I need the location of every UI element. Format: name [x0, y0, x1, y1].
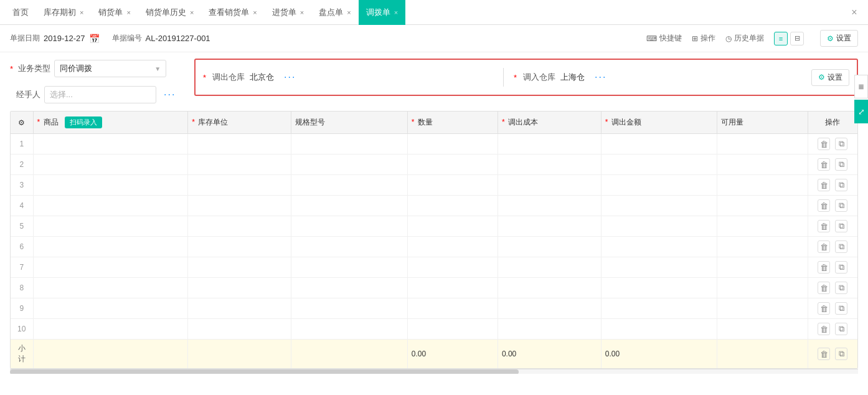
delete-row-icon[interactable]: 🗑 [818, 302, 830, 315]
cost-cell[interactable] [498, 257, 601, 278]
product-cell[interactable] [33, 298, 188, 319]
amount-cell[interactable] [601, 237, 717, 257]
spec-cell[interactable] [291, 237, 408, 257]
product-cell[interactable] [33, 196, 188, 216]
qty-cell[interactable] [407, 155, 498, 175]
out-warehouse-more-icon[interactable]: ··· [284, 72, 296, 83]
business-type-select[interactable]: 同价调拨 ▼ [54, 60, 166, 77]
spec-cell[interactable] [291, 257, 408, 278]
operator-select[interactable]: 选择... [44, 86, 156, 103]
copy-row-icon[interactable]: ⧉ [835, 179, 847, 191]
amount-cell[interactable] [601, 278, 717, 298]
delete-row-icon[interactable]: 🗑 [818, 138, 830, 150]
product-cell[interactable] [33, 175, 188, 196]
business-type-dropdown-icon[interactable]: ▼ [154, 65, 161, 72]
unit-cell[interactable] [188, 175, 291, 196]
amount-cell[interactable] [601, 319, 717, 340]
close-view-sales[interactable]: × [253, 9, 257, 16]
cost-cell[interactable] [498, 216, 601, 237]
cost-cell[interactable] [498, 175, 601, 196]
product-cell[interactable] [33, 278, 188, 298]
scroll-thumb[interactable] [10, 369, 519, 374]
close-inventory-check[interactable]: × [347, 9, 351, 16]
operator-more-icon[interactable]: ··· [164, 89, 176, 100]
delete-row-icon[interactable]: 🗑 [818, 282, 830, 294]
close-transfer-order[interactable]: × [394, 9, 398, 16]
delete-row-icon[interactable]: 🗑 [818, 261, 830, 274]
spec-cell[interactable] [291, 216, 408, 237]
copy-row-icon[interactable]: ⧉ [835, 302, 847, 315]
tab-purchase-order[interactable]: 进货单 × [265, 0, 311, 25]
qty-cell[interactable] [407, 298, 498, 319]
copy-row-icon[interactable]: ⧉ [835, 282, 847, 294]
spec-cell[interactable] [291, 155, 408, 175]
unit-cell[interactable] [188, 237, 291, 257]
amount-cell[interactable] [601, 196, 717, 216]
qty-cell[interactable] [407, 175, 498, 196]
qty-cell[interactable] [407, 319, 498, 340]
copy-row-icon[interactable]: ⧉ [835, 240, 847, 253]
unit-cell[interactable] [188, 155, 291, 175]
amount-cell[interactable] [601, 298, 717, 319]
amount-cell[interactable] [601, 155, 717, 175]
unit-cell[interactable] [188, 134, 291, 155]
operations-button[interactable]: ⊞ 操作 [692, 33, 715, 44]
copy-row-icon[interactable]: ⧉ [835, 158, 847, 171]
cost-cell[interactable] [498, 298, 601, 319]
amount-cell[interactable] [601, 134, 717, 155]
th-settings[interactable]: ⚙ [11, 112, 33, 134]
sidebar-expand-icon[interactable]: ⤢ [854, 100, 868, 123]
amount-cell[interactable] [601, 257, 717, 278]
cost-cell[interactable] [498, 237, 601, 257]
warehouse-settings-button[interactable]: ⚙ 设置 [811, 69, 849, 86]
cost-cell[interactable] [498, 155, 601, 175]
horizontal-scrollbar[interactable] [10, 369, 858, 374]
spec-cell[interactable] [291, 134, 408, 155]
in-warehouse-more-icon[interactable]: ··· [595, 72, 606, 83]
delete-row-icon[interactable]: 🗑 [818, 323, 830, 335]
cost-cell[interactable] [498, 196, 601, 216]
shortcuts-button[interactable]: ⌨ 快捷键 [646, 33, 682, 44]
delete-row-icon[interactable]: 🗑 [818, 348, 830, 360]
spec-cell[interactable] [291, 196, 408, 216]
delete-row-icon[interactable]: 🗑 [818, 158, 830, 171]
copy-row-icon[interactable]: ⧉ [835, 138, 847, 150]
delete-row-icon[interactable]: 🗑 [818, 199, 830, 212]
layout-grid-icon[interactable]: ⊟ [790, 32, 804, 45]
spec-cell[interactable] [291, 278, 408, 298]
tab-inventory-init[interactable]: 库存期初 × [36, 0, 91, 25]
spec-cell[interactable] [291, 175, 408, 196]
layout-list-icon[interactable]: ≡ [774, 32, 788, 45]
tab-sales-history[interactable]: 销货单历史 × [138, 0, 201, 25]
delete-row-icon[interactable]: 🗑 [818, 220, 830, 232]
cost-cell[interactable] [498, 278, 601, 298]
qty-cell[interactable] [407, 196, 498, 216]
copy-row-icon[interactable]: ⧉ [835, 199, 847, 212]
qty-cell[interactable] [407, 278, 498, 298]
qty-cell[interactable] [407, 134, 498, 155]
product-cell[interactable] [33, 155, 188, 175]
unit-cell[interactable] [188, 319, 291, 340]
qty-cell[interactable] [407, 216, 498, 237]
product-cell[interactable] [33, 134, 188, 155]
unit-cell[interactable] [188, 298, 291, 319]
product-cell[interactable] [33, 216, 188, 237]
calendar-icon[interactable]: 📅 [89, 34, 100, 44]
close-inventory-init[interactable]: × [80, 9, 83, 16]
cost-cell[interactable] [498, 134, 601, 155]
cost-cell[interactable] [498, 319, 601, 340]
tab-home[interactable]: 首页 [5, 0, 36, 25]
scan-entry-button[interactable]: 扫码录入 [65, 117, 102, 128]
delete-row-icon[interactable]: 🗑 [818, 240, 830, 253]
copy-row-icon[interactable]: ⧉ [835, 220, 847, 232]
spec-cell[interactable] [291, 298, 408, 319]
product-cell[interactable] [33, 257, 188, 278]
tab-view-sales[interactable]: 查看销货单 × [201, 0, 264, 25]
table-settings-icon[interactable]: ⚙ [18, 118, 25, 127]
copy-row-icon[interactable]: ⧉ [835, 323, 847, 335]
amount-cell[interactable] [601, 216, 717, 237]
qty-cell[interactable] [407, 257, 498, 278]
tab-sales-order[interactable]: 销货单 × [91, 0, 138, 25]
spec-cell[interactable] [291, 319, 408, 340]
copy-row-icon[interactable]: ⧉ [835, 261, 847, 274]
